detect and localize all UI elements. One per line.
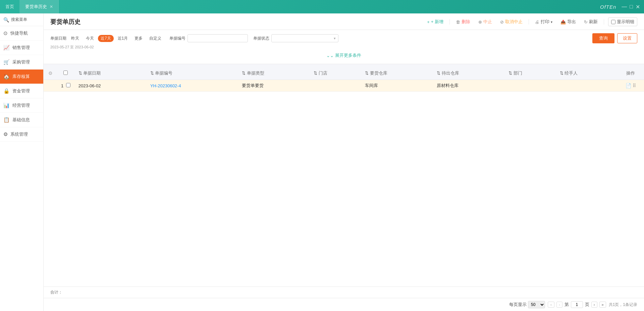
status-select[interactable] (271, 34, 338, 42)
last-page-button[interactable]: » (599, 302, 606, 308)
print-button[interactable]: 🖨 打印 ▾ (533, 17, 554, 26)
cancel-stop-button[interactable]: ⊘ 取消中止 (498, 17, 525, 26)
toolbar: + + 新增 🗑 删除 ⊗ 中止 ⊘ 取消中止 (425, 17, 637, 26)
col-handler[interactable]: ⇅ 经手人 (556, 67, 617, 80)
per-page-selector: 每页显示 20 50 100 (509, 301, 545, 308)
top-bar: 首页 要货单历史 ✕ OfTEn — □ ✕ (0, 0, 644, 13)
status-filter: 单据状态 (253, 34, 338, 42)
row-doc-type: 要货单要货 (238, 80, 310, 92)
date-btn-today[interactable]: 今天 (83, 35, 97, 42)
status-select-wrapper (271, 34, 338, 42)
page-prefix: 第 (565, 302, 569, 308)
settings-button[interactable]: 设置 (617, 33, 637, 43)
status-label: 单据状态 (253, 36, 269, 41)
sidebar-item-sys-mgmt[interactable]: ⚙ 系统管理 (0, 127, 43, 142)
sidebar-item-quick-nav[interactable]: ⊙ 快捷导航 (0, 26, 43, 41)
expand-icon: ⌄⌄ (326, 53, 334, 58)
sidebar-item-sales-mgmt[interactable]: 📈 销售管理 (0, 41, 43, 55)
sidebar-item-basic-info[interactable]: 📋 基础信息 (0, 113, 43, 127)
sidebar-item-purchase-mgmt[interactable]: 🛒 采购管理 (0, 55, 43, 70)
sidebar-search-label: 搜索菜单 (11, 17, 27, 23)
sidebar-item-label: 采购管理 (12, 59, 30, 65)
date-btn-more[interactable]: 更多 (132, 35, 145, 42)
row-seq: 1 (61, 83, 63, 88)
page-nav: « ‹ 第 页 › » (548, 301, 606, 308)
col-doc-type-label: ⇅ 单据类型 (242, 71, 264, 76)
col-settings-icon[interactable]: ⚙ (48, 71, 53, 76)
stop-button[interactable]: ⊗ 中止 (476, 17, 494, 26)
filter-expand-row: ⌄⌄ 展开更多条件 (50, 50, 637, 61)
refresh-label: 刷新 (589, 19, 598, 25)
footer-total-label: 合计： (50, 290, 62, 295)
doc-no-input[interactable] (187, 34, 248, 42)
window-controls: OfTEn — □ ✕ (600, 4, 640, 10)
expand-filter-button[interactable]: ⌄⌄ 展开更多条件 (324, 51, 364, 60)
col-dept-label: ⇅ 部门 (508, 71, 522, 76)
filter-row: 单据日期 昨天 今天 近7天 近1月 更多 自定义 单据编号 单据状态 (50, 33, 637, 43)
search-icon: 🔍 (3, 17, 9, 23)
date-btn-1month[interactable]: 近1月 (115, 35, 131, 42)
col-settings: ⚙ (44, 67, 57, 80)
expand-label: 展开更多条件 (335, 52, 361, 58)
date-btn-yesterday[interactable]: 昨天 (68, 35, 82, 42)
sidebar-item-inventory-calc[interactable]: 🏠 库存核算 (0, 70, 43, 84)
cancel-icon: ⊘ (500, 19, 504, 25)
col-pending-warehouse[interactable]: ⇅ 待出仓库 (433, 67, 504, 80)
print-label: 打印 (541, 19, 549, 25)
page-input[interactable] (571, 301, 583, 308)
col-doc-no[interactable]: ⇅ 单据编号 (146, 67, 238, 80)
query-button[interactable]: 查询 (592, 33, 614, 43)
tab-close-icon[interactable]: ✕ (50, 4, 53, 9)
select-all-checkbox[interactable] (63, 71, 68, 75)
action-icons: 📄 ⠿ (621, 83, 640, 88)
col-doc-type[interactable]: ⇅ 单据类型 (238, 67, 310, 80)
doc-no-filter: 单据编号 (169, 34, 248, 42)
first-page-button[interactable]: « (548, 302, 554, 308)
sidebar-item-label: 系统管理 (10, 131, 28, 137)
row-checkbox[interactable] (66, 83, 70, 87)
tab-home[interactable]: 首页 (0, 0, 20, 13)
delete-button[interactable]: 🗑 删除 (454, 17, 472, 26)
brand-name: OfTEn (600, 4, 616, 10)
page-title: 要货单历史 (50, 18, 80, 26)
refresh-button[interactable]: ↻ 刷新 (582, 17, 600, 26)
per-page-label: 每页显示 (509, 302, 527, 308)
doc-no-label: 单据编号 (169, 36, 185, 41)
prev-page-button[interactable]: ‹ (556, 302, 562, 308)
date-filter-label: 单据日期 (50, 36, 66, 41)
basic-icon: 📋 (3, 117, 10, 123)
stop-label: 中止 (483, 19, 492, 25)
per-page-select[interactable]: 20 50 100 (528, 301, 545, 308)
row-doc-no-link[interactable]: YH-20230602-4 (150, 83, 181, 88)
sidebar-item-ops-mgmt[interactable]: 📊 经营管理 (0, 98, 43, 113)
col-req-warehouse[interactable]: ⇅ 要货仓库 (361, 67, 433, 80)
sidebar-item-finance-mgmt[interactable]: 🔒 资金管理 (0, 84, 43, 98)
date-btn-custom[interactable]: 自定义 (147, 35, 164, 42)
date-btn-7days[interactable]: 近7天 (98, 35, 114, 42)
row-more-icon[interactable]: ⠿ (633, 83, 636, 88)
quick-nav-icon: ⊙ (3, 30, 8, 36)
next-page-button[interactable]: › (591, 302, 597, 308)
col-date[interactable]: ⇅ 单据日期 (74, 67, 146, 80)
minimize-icon[interactable]: — (622, 4, 627, 10)
tab-requisition-history[interactable]: 要货单历史 ✕ (20, 0, 59, 13)
new-button[interactable]: + + 新增 (425, 17, 445, 26)
maximize-icon[interactable]: □ (630, 4, 633, 10)
export-button[interactable]: 📤 导出 (558, 17, 578, 26)
sidebar-item-label: 经营管理 (12, 102, 30, 108)
row-edit-icon[interactable]: 📄 (626, 83, 631, 88)
col-store[interactable]: ⇅ 门店 (310, 67, 361, 80)
sidebar-search[interactable]: 🔍 搜索菜单 (0, 13, 43, 26)
inventory-icon: 🏠 (3, 74, 10, 80)
filter-actions: 查询 设置 (592, 33, 637, 43)
col-dept[interactable]: ⇅ 部门 (504, 67, 556, 80)
display-detail-button[interactable]: 显示明细 (608, 17, 637, 26)
sidebar-item-label: 销售管理 (12, 45, 30, 51)
row-actions: 📄 ⠿ (617, 80, 644, 92)
purchase-icon: 🛒 (3, 59, 10, 65)
delete-icon: 🗑 (456, 19, 460, 25)
close-window-icon[interactable]: ✕ (636, 4, 640, 10)
table-row: 1 2023-06-02 YH-20230602-4 要货单要货 车间库 原材料… (44, 80, 644, 92)
display-detail-checkbox[interactable] (611, 20, 615, 24)
row-doc-no: YH-20230602-4 (146, 80, 238, 92)
